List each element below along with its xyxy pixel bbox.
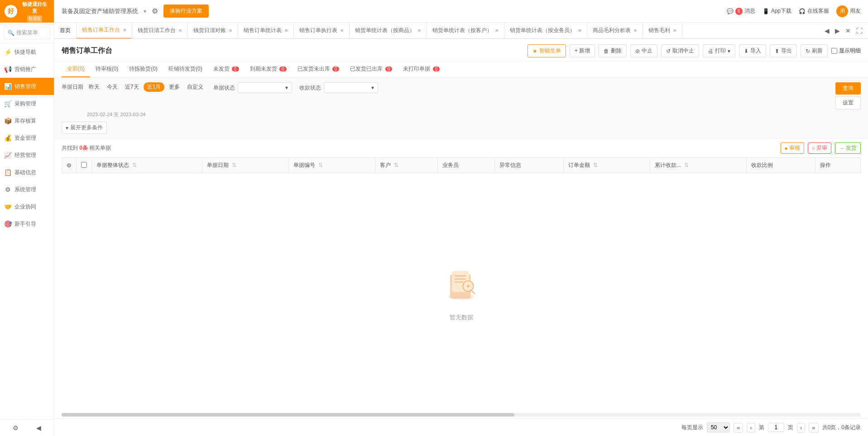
tab-close-sales-customer-stat[interactable]: ✕ [495, 28, 499, 33]
query-button[interactable]: 查询 [835, 82, 861, 95]
prev-page-button[interactable]: ‹ [747, 423, 755, 432]
tab-sales-product-stat[interactable]: 销货单统计表（按商品） ✕ [350, 23, 427, 39]
tab-close-product-gross[interactable]: ✕ [633, 28, 637, 33]
tab-cash-reconcile[interactable]: 钱货日清对账 ✕ [188, 23, 238, 39]
tab-sales-gross[interactable]: 销售毛利 ✕ [643, 23, 682, 39]
subtab-shipped-out[interactable]: 已发货已出库 0 [345, 62, 398, 77]
message-icon: 💬 [727, 8, 734, 14]
sidebar-item-basic[interactable]: 📋 基础信息 [0, 164, 54, 181]
sort-collected-icon[interactable]: ⇅ [684, 162, 689, 168]
sidebar-item-enterprise[interactable]: 🤝 企业协同 [0, 198, 54, 215]
next-page-button[interactable]: › [797, 423, 805, 432]
stop-button[interactable]: ⊘ 中止 [630, 44, 657, 57]
sidebar-settings-button[interactable]: ⚙ [11, 423, 20, 432]
date-more[interactable]: 更多 [166, 82, 182, 92]
sort-customer-icon[interactable]: ⇅ [394, 162, 398, 168]
trial-button[interactable]: 体验行业方案 [163, 5, 209, 18]
sidebar-item-marketing[interactable]: 📢 营销推广 [0, 61, 54, 78]
approve-button[interactable]: ● 审核 [781, 142, 804, 154]
date-yesterday[interactable]: 昨天 [86, 82, 102, 92]
date-custom[interactable]: 自定义 [184, 82, 206, 92]
tab-next-button[interactable]: ▶ [833, 26, 842, 35]
sidebar-collapse-button[interactable]: ◀ [34, 423, 43, 432]
status-select[interactable]: ▾ [238, 82, 292, 93]
subtab-wangpu-pending[interactable]: 旺铺待发货(0) [163, 62, 208, 77]
user-item[interactable]: 用 用友 [836, 5, 861, 17]
tab-close-sales-execute[interactable]: ✕ [340, 28, 344, 33]
subtab-pending-review[interactable]: 待审核(0) [90, 62, 124, 77]
sidebar-item-sales[interactable]: 📊 销售管理 [0, 78, 54, 95]
sidebar-item-system[interactable]: ⚙ 系统管理 [0, 181, 54, 198]
tab-close-sales-stat[interactable]: ✕ [284, 28, 288, 33]
print-button[interactable]: 🖨 打印 ▾ [703, 44, 735, 57]
messages-item[interactable]: 💬 6 消息 [727, 7, 755, 15]
table-header: ⚙ 单据整体状态 ⇅ 单据日期 ⇅ 单据编号 ⇅ [62, 158, 861, 173]
settings-button[interactable]: 设置 [835, 96, 861, 109]
tab-close-sales-product-stat[interactable]: ✕ [417, 28, 421, 33]
tab-close-sales-staff-stat[interactable]: ✕ [578, 28, 581, 33]
subtab-shipped-not-out[interactable]: 已发货未出库 0 [292, 62, 345, 77]
tab-close-sales-gross[interactable]: ✕ [673, 28, 676, 33]
subtab-pending-inspect[interactable]: 待拣验货(0) [124, 62, 163, 77]
expand-filter-button[interactable]: ▾ 展开更多条件 [62, 122, 107, 134]
tab-product-gross[interactable]: 商品毛利分析表 ✕ [587, 23, 643, 39]
first-page-button[interactable]: « [734, 423, 743, 432]
subtab-overdue-unshipped[interactable]: 到期未发货 0 [245, 62, 292, 77]
page-input[interactable] [768, 423, 784, 432]
tab-sales-staff-stat[interactable]: 销货单统计表（按业务员） ✕ [504, 23, 587, 39]
tab-close-all-button[interactable]: ✕ [844, 26, 853, 35]
search-area[interactable]: 🔍 搜索菜单 [0, 23, 54, 43]
scrollbar-thumb[interactable] [62, 413, 514, 417]
tab-sales-workbench[interactable]: 销售订单工作台 ✕ [77, 23, 132, 39]
sidebar-item-purchase[interactable]: 🛒 采购管理 [0, 95, 54, 112]
sort-date-icon[interactable]: ⇅ [232, 162, 236, 168]
cancel-stop-button[interactable]: ↺ 取消中止 [661, 44, 699, 57]
tab-close-cash-reconcile[interactable]: ✕ [229, 28, 232, 33]
sidebar-item-finance[interactable]: 💰 资金管理 [0, 129, 54, 147]
horizontal-scrollbar[interactable] [62, 413, 861, 417]
sidebar-item-newbie[interactable]: 🎯 新手引导 [0, 215, 54, 232]
sort-amount-icon[interactable]: ⇅ [593, 162, 598, 168]
tab-home[interactable]: 首页 [54, 23, 77, 39]
topbar-settings-icon[interactable]: ⚙ [152, 7, 158, 15]
show-detail-label[interactable]: 显示明细 [831, 47, 861, 55]
add-button[interactable]: + 新增 [570, 44, 595, 57]
tab-close-cash-daily[interactable]: ✕ [178, 28, 182, 33]
reject-button[interactable]: ○ 弃审 [808, 142, 831, 154]
topbar-arrow-icon: ▾ [144, 8, 146, 14]
subtab-all[interactable]: 全部(0) [62, 62, 90, 77]
date-today[interactable]: 今天 [104, 82, 120, 92]
select-all-checkbox[interactable] [81, 162, 87, 168]
last-page-button[interactable]: » [809, 423, 818, 432]
date-7days[interactable]: 近7天 [122, 82, 142, 92]
th-settings[interactable]: ⚙ [62, 158, 77, 173]
sidebar-item-inventory[interactable]: 📦 库存核算 [0, 112, 54, 129]
app-download-item[interactable]: 📱 App下载 [762, 7, 791, 15]
sort-number-icon[interactable]: ⇅ [318, 162, 323, 168]
import-button[interactable]: ⬇ 导入 [739, 44, 766, 57]
search-menu-button[interactable]: 🔍 搜索菜单 [4, 26, 50, 39]
tab-cash-daily[interactable]: 钱货日清工作台 ✕ [132, 23, 188, 39]
tab-sales-customer-stat[interactable]: 销货单统计表（按客户） ✕ [427, 23, 504, 39]
date-1month[interactable]: 近1月 [144, 82, 165, 92]
tab-sales-stat[interactable]: 销售订单统计表 ✕ [238, 23, 294, 39]
tab-prev-button[interactable]: ◀ [823, 26, 831, 35]
export-button[interactable]: ⬆ 导出 [770, 44, 797, 57]
receipt-select[interactable]: ▾ [324, 82, 378, 93]
per-page-select[interactable]: 10 20 50 100 [707, 422, 730, 432]
tab-close-sales-workbench[interactable]: ✕ [123, 28, 126, 33]
online-support-item[interactable]: 🎧 在线客服 [799, 7, 829, 15]
subtab-unshipped[interactable]: 未发货 0 [208, 62, 245, 77]
delete-button[interactable]: 🗑 删除 [599, 44, 627, 57]
ship-button[interactable]: → 发货 [835, 142, 861, 154]
sidebar-item-quick-nav[interactable]: ⚡ 快捷导航 [0, 43, 54, 61]
ai-generate-button[interactable]: ★ 智能生单 [528, 44, 566, 57]
th-checkbox[interactable] [77, 158, 92, 173]
tab-sales-execute[interactable]: 销售订单执行表 ✕ [294, 23, 350, 39]
sidebar-item-operation[interactable]: 📈 经营管理 [0, 147, 54, 164]
show-detail-checkbox[interactable] [831, 48, 837, 54]
tab-maximize-button[interactable]: ⛶ [854, 26, 864, 35]
sort-status-icon[interactable]: ⇅ [132, 162, 137, 168]
subtab-unprinted[interactable]: 未打印单据 0 [398, 62, 445, 77]
refresh-button[interactable]: ↻ 刷新 [801, 44, 828, 57]
